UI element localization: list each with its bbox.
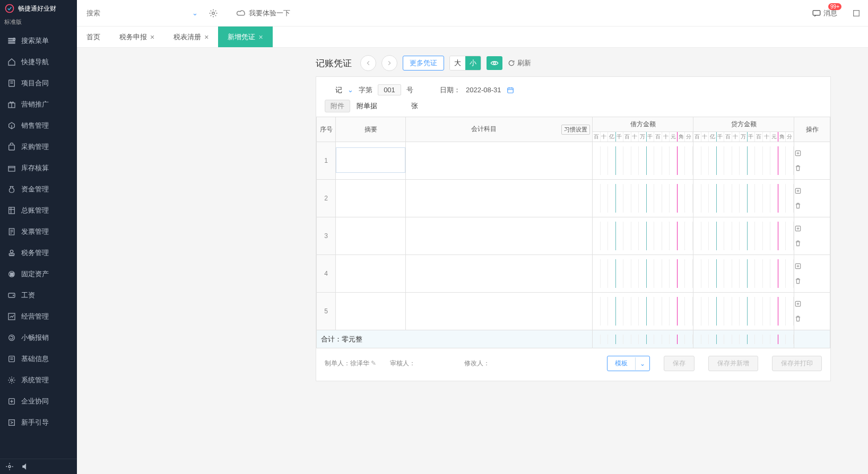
subject-cell[interactable] xyxy=(406,293,593,330)
summary-cell[interactable] xyxy=(336,180,406,217)
guide-icon xyxy=(7,418,16,427)
attachment-row: 附件 附单据 张 xyxy=(316,100,830,117)
summary-cell[interactable] xyxy=(336,255,406,293)
credit-cell[interactable] xyxy=(693,255,794,293)
maker: 制单人：徐泽华 ✎ xyxy=(325,359,376,368)
delete-row-icon[interactable] xyxy=(794,315,830,322)
edit-icon[interactable]: ✎ xyxy=(371,359,376,367)
sidebar-item-purchase[interactable]: 采购管理 xyxy=(0,136,77,157)
add-row-icon[interactable] xyxy=(794,150,830,157)
gear-icon[interactable] xyxy=(209,8,218,18)
chevron-down-icon[interactable]: ⌄ xyxy=(635,357,649,370)
sidebar-item-search[interactable]: 搜索菜单 xyxy=(0,30,77,51)
sidebar-item-operations[interactable]: 经营管理 xyxy=(0,306,77,327)
delete-row-icon[interactable] xyxy=(794,164,830,172)
summary-cell[interactable] xyxy=(336,293,406,330)
sidebar-item-sales[interactable]: 销售管理 xyxy=(0,115,77,136)
sidebar-item-expense[interactable]: 小畅报销 xyxy=(0,327,77,348)
sidebar-item-guide[interactable]: 新手引导 xyxy=(0,412,77,433)
cloud-icon xyxy=(236,8,246,18)
credit-cell[interactable] xyxy=(693,293,794,330)
template-button[interactable]: 模板⌄ xyxy=(607,356,650,371)
debit-cell[interactable] xyxy=(593,180,693,217)
sidebar-item-funds[interactable]: 资金管理 xyxy=(0,179,77,200)
settings-icon[interactable] xyxy=(5,462,14,471)
debit-cell[interactable] xyxy=(593,142,693,180)
tab-tax-declare[interactable]: 税务申报× xyxy=(110,27,164,47)
page-title: 记账凭证 xyxy=(316,57,352,69)
credit-cell[interactable] xyxy=(693,180,794,217)
sidebar-item-ledger[interactable]: 总账管理 xyxy=(0,200,77,221)
debit-cell[interactable] xyxy=(593,293,693,330)
tab-home[interactable]: 首页 xyxy=(77,27,110,47)
debit-cell[interactable] xyxy=(593,217,693,255)
brand-logo-icon xyxy=(4,3,15,14)
habit-settings-button[interactable]: 习惯设置 xyxy=(561,125,590,135)
svg-point-35 xyxy=(8,466,11,468)
sidebar-item-marketing[interactable]: 营销推广 xyxy=(0,94,77,115)
close-icon[interactable]: × xyxy=(204,33,209,41)
total-ops xyxy=(794,330,830,348)
sidebar-item-system[interactable]: 系统管理 xyxy=(0,370,77,391)
attachment-button[interactable]: 附件 xyxy=(325,100,350,112)
subject-cell[interactable] xyxy=(406,255,593,293)
tab-new-voucher[interactable]: 新增凭证× xyxy=(218,27,272,47)
expand-icon[interactable] xyxy=(852,9,861,17)
sidebar-item-basic[interactable]: 基础信息 xyxy=(0,348,77,370)
close-icon[interactable]: × xyxy=(150,33,154,41)
sidebar-item-salary[interactable]: 工资 xyxy=(0,285,77,306)
messages-button[interactable]: 消息 99+ xyxy=(812,8,837,18)
preview-button[interactable] xyxy=(487,56,502,70)
credit-cell[interactable] xyxy=(693,142,794,180)
add-row-icon[interactable] xyxy=(794,262,830,270)
close-icon[interactable]: × xyxy=(258,33,263,41)
svg-rect-37 xyxy=(813,10,820,15)
voucher-number[interactable]: 001 xyxy=(378,84,401,95)
sidebar-item-quicknav[interactable]: 快捷导航 xyxy=(0,51,77,73)
next-button[interactable] xyxy=(381,55,397,71)
stamp-icon xyxy=(7,249,16,257)
add-row-icon[interactable] xyxy=(794,187,830,195)
date-value[interactable]: 2022-08-31 xyxy=(466,86,501,94)
voucher-type[interactable]: 记 xyxy=(335,85,342,95)
save-button[interactable]: 保存 xyxy=(664,356,695,371)
file-icon xyxy=(7,79,16,87)
save-new-button[interactable]: 保存并新增 xyxy=(708,356,758,371)
search-input[interactable] xyxy=(84,6,201,21)
sound-icon[interactable] xyxy=(21,462,30,471)
size-large-button[interactable]: 大 xyxy=(450,56,465,70)
sidebar-item-inventory[interactable]: 库存核算 xyxy=(0,157,77,179)
sidebar-item-tax[interactable]: 税务管理 xyxy=(0,242,77,264)
try-experience-link[interactable]: 我要体验一下 xyxy=(236,8,290,18)
summary-input[interactable] xyxy=(336,147,405,173)
calendar-icon[interactable] xyxy=(507,86,514,94)
chevron-down-icon[interactable]: ⌄ xyxy=(348,86,353,94)
prev-button[interactable] xyxy=(360,55,376,71)
summary-cell[interactable] xyxy=(336,142,406,180)
topbar: ⌄ 我要体验一下 消息 99+ xyxy=(77,0,868,27)
subject-cell[interactable] xyxy=(406,217,593,255)
delete-row-icon[interactable] xyxy=(794,202,830,209)
sidebar-item-assets[interactable]: 固固定资产 xyxy=(0,264,77,285)
tab-tax-list[interactable]: 税表清册× xyxy=(164,27,218,47)
refresh-button[interactable]: 刷新 xyxy=(508,58,531,68)
save-print-button[interactable]: 保存并打印 xyxy=(772,356,822,371)
summary-cell[interactable] xyxy=(336,217,406,255)
delete-row-icon[interactable] xyxy=(794,240,830,247)
sidebar-item-invoice[interactable]: 发票管理 xyxy=(0,221,77,242)
chevron-down-icon[interactable]: ⌄ xyxy=(192,9,198,17)
add-row-icon[interactable] xyxy=(794,225,830,232)
credit-cell[interactable] xyxy=(693,217,794,255)
more-voucher-button[interactable]: 更多凭证 xyxy=(403,56,444,71)
subject-cell[interactable] xyxy=(406,180,593,217)
size-small-button[interactable]: 小 xyxy=(465,56,481,70)
debit-cell[interactable] xyxy=(593,255,693,293)
svg-point-39 xyxy=(493,62,496,64)
delete-row-icon[interactable] xyxy=(794,277,830,285)
sidebar-item-collab[interactable]: 企业协同 xyxy=(0,391,77,412)
sidebar-item-project[interactable]: 项目合同 xyxy=(0,73,77,94)
subject-cell[interactable] xyxy=(406,142,593,180)
box-icon xyxy=(7,164,16,172)
sidebar-item-label: 税务管理 xyxy=(21,248,49,258)
add-row-icon[interactable] xyxy=(794,300,830,308)
